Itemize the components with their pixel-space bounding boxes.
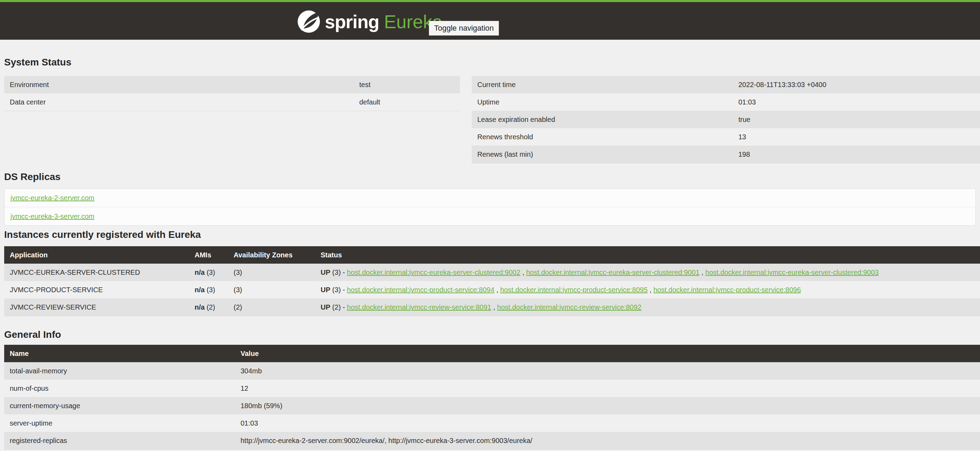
ds-replica-item: jvmcc-eureka-2-server.com [5,189,975,207]
table-row: Lease expiration enabledtrue [472,111,980,128]
instance-link[interactable]: host.docker.internal:jvmcc-product-servi… [500,286,648,293]
general-info-row: current-memory-usage180mb (59%) [4,397,980,414]
row-label: Current time [472,76,733,93]
column-header-status: Status [315,246,980,264]
value-cell: 12 [235,379,980,397]
ds-replica-item: jvmcc-eureka-3-server.com [5,207,975,225]
brand-spring-text: spring [325,11,379,32]
availability-zones-cell: (3) [228,264,315,281]
table-row: Renews (last min)198 [472,145,980,163]
spring-leaf-icon [297,10,321,33]
name-cell: total-avail-memory [4,362,235,379]
row-label: Uptime [472,93,733,111]
amis-cell: n/a (3) [189,264,228,281]
general-info-row: total-avail-memory304mb [4,362,980,379]
main-content: System Status EnvironmenttestData center… [0,56,980,449]
column-header-availability-zones: Availability Zones [228,246,315,264]
table-row: Uptime01:03 [472,93,980,111]
column-header-amis: AMIs [189,246,228,264]
column-header-value: Value [235,345,980,362]
toggle-navigation-button[interactable]: Toggle navigation [429,21,499,35]
ds-replica-link[interactable]: jvmcc-eureka-3-server.com [10,212,94,220]
row-label: Environment [4,76,354,93]
system-status-title: System Status [4,56,980,68]
application-cell: JVMCC-REVIEW-SERVICE [4,298,189,316]
application-cell: JVMCC-EUREKA-SERVER-CLUSTERED [4,264,189,281]
general-info-row: registered-replicashttp://jvmcc-eureka-2… [4,432,980,449]
instance-link[interactable]: host.docker.internal:jvmcc-eureka-server… [526,269,699,276]
instance-link[interactable]: host.docker.internal:jvmcc-review-servic… [347,303,492,311]
general-info-title: General Info [4,329,980,341]
system-status-left-table: EnvironmenttestData centerdefault [4,76,460,111]
instances-title: Instances currently registered with Eure… [4,229,980,241]
brand: spring Eureka [297,7,442,36]
status-cell: UP (3) - host.docker.internal:jvmcc-eure… [315,264,980,281]
availability-zones-cell: (3) [228,281,315,298]
table-row: Current time2022-08-11T13:33:03 +0400 [472,76,980,93]
value-cell: 180mb (59%) [235,397,980,414]
name-cell: num-of-cpus [4,379,235,397]
row-value: 198 [733,145,980,163]
general-info-row: num-of-cpus12 [4,379,980,397]
table-row: Environmenttest [4,76,460,93]
amis-cell: n/a (2) [189,298,228,316]
amis-cell: n/a (3) [189,281,228,298]
ds-replicas-title: DS Replicas [4,171,980,183]
instance-row: JVMCC-REVIEW-SERVICEn/a (2)(2)UP (2) - h… [4,298,980,316]
row-value: 2022-08-11T13:33:03 +0400 [733,76,980,93]
table-row: Renews threshold13 [472,128,980,145]
instance-link[interactable]: host.docker.internal:jvmcc-product-servi… [654,286,801,293]
row-value: default [354,93,460,111]
value-cell: 304mb [235,362,980,379]
row-label: Renews (last min) [472,145,733,163]
instance-link[interactable]: host.docker.internal:jvmcc-eureka-server… [705,269,879,276]
value-cell: 01:03 [235,414,980,432]
name-cell: server-uptime [4,414,235,432]
status-cell: UP (3) - host.docker.internal:jvmcc-prod… [315,281,980,298]
instances-header-row: Application AMIs Availability Zones Stat… [4,246,980,264]
name-cell: current-memory-usage [4,397,235,414]
instances-table: Application AMIs Availability Zones Stat… [4,246,980,316]
row-label: Data center [4,93,354,111]
table-row: Data centerdefault [4,93,460,111]
value-cell: http://jvmcc-eureka-2-server.com:9002/eu… [235,432,980,449]
availability-zones-cell: (2) [228,298,315,316]
system-status-tables: EnvironmenttestData centerdefault Curren… [4,76,980,163]
navbar: spring Eureka Toggle navigation [0,0,980,40]
instance-row: JVMCC-EUREKA-SERVER-CLUSTEREDn/a (3)(3)U… [4,264,980,281]
name-cell: registered-replicas [4,432,235,449]
column-header-application: Application [4,246,189,264]
system-status-right-table: Current time2022-08-11T13:33:03 +0400Upt… [472,76,980,163]
general-info-header-row: Name Value [4,345,980,362]
row-value: 13 [733,128,980,145]
row-value: true [733,111,980,128]
column-header-name: Name [4,345,235,362]
instance-link[interactable]: host.docker.internal:jvmcc-review-servic… [497,303,642,311]
row-label: Renews threshold [472,128,733,145]
application-cell: JVMCC-PRODUCT-SERVICE [4,281,189,298]
row-value: test [354,76,460,93]
ds-replicas-panel: jvmcc-eureka-2-server.comjvmcc-eureka-3-… [4,188,976,226]
instance-link[interactable]: host.docker.internal:jvmcc-eureka-server… [347,269,520,276]
row-label: Lease expiration enabled [472,111,733,128]
row-value: 01:03 [733,93,980,111]
general-info-row: server-uptime01:03 [4,414,980,432]
instance-link[interactable]: host.docker.internal:jvmcc-product-servi… [347,286,495,293]
instance-row: JVMCC-PRODUCT-SERVICEn/a (3)(3)UP (3) - … [4,281,980,298]
ds-replica-link[interactable]: jvmcc-eureka-2-server.com [10,194,94,202]
status-cell: UP (2) - host.docker.internal:jvmcc-revi… [315,298,980,316]
general-info-table: Name Value total-avail-memory304mbnum-of… [4,345,980,449]
